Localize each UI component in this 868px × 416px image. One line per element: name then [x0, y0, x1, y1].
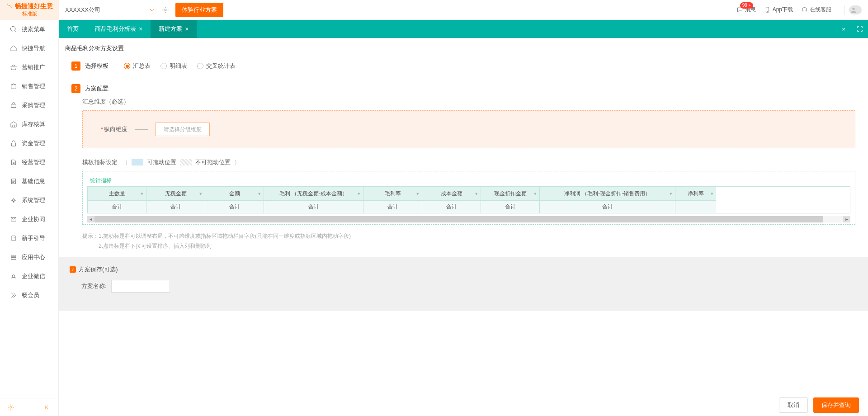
tab-home[interactable]: 首页 [59, 20, 87, 38]
messages-link[interactable]: 99 + 消息 [736, 6, 756, 14]
sidebar-item-11[interactable]: 新手引导 [0, 229, 58, 248]
settings-icon[interactable] [7, 404, 14, 411]
step1-title: 选择模板 [85, 62, 108, 70]
sidebar-item-4[interactable]: 采购管理 [0, 96, 58, 115]
company-select[interactable]: XXXXXX公司 [65, 4, 156, 16]
sidebar-icon [10, 178, 17, 185]
metric-footer-5: 合计 [422, 200, 481, 213]
sidebar-icon [10, 273, 17, 280]
scroll-left-icon[interactable]: ◄ [87, 216, 94, 222]
sidebar: 搜索菜单快捷导航营销推广销售管理采购管理库存核算资金管理经营管理基础信息系统管理… [0, 20, 59, 416]
metric-header-4[interactable]: 毛利率▾ [363, 187, 422, 200]
collapse-icon[interactable] [44, 404, 51, 411]
sidebar-item-12[interactable]: 应用中心 [0, 248, 58, 267]
chevron-down-icon: ▾ [416, 191, 419, 197]
fullscreen-icon [856, 25, 863, 33]
sidebar-icon [10, 83, 17, 90]
tab-gross-profit[interactable]: 商品毛利分析表 × [87, 20, 151, 38]
metric-footer-1: 合计 [146, 200, 205, 213]
metric-header-2[interactable]: 金额▾ [205, 187, 264, 200]
sidebar-item-label: 新手引导 [22, 234, 45, 242]
sidebar-item-14[interactable]: 畅会员 [0, 286, 58, 305]
app-download-link[interactable]: App下载 [764, 6, 793, 14]
page-body: 商品毛利分析方案设置 1 选择模板 汇总表明细表交叉统计表 2 方案配置 汇总维… [59, 38, 868, 416]
sidebar-footer [0, 398, 58, 416]
sidebar-item-label: 销售管理 [22, 82, 45, 90]
metric-header-7[interactable]: 净利润 （毛利-现金折扣-销售费用）▾ [540, 187, 675, 200]
gear-icon [162, 6, 169, 14]
metric-header-5[interactable]: 成本金额▾ [422, 187, 481, 200]
metric-footer-3: 合计 [264, 200, 363, 213]
main: 首页 商品毛利分析表 × 新建方案 × × 商品毛利分析方案设置 [59, 20, 868, 416]
sidebar-icon [10, 292, 17, 299]
sidebar-icon [10, 254, 17, 261]
hints: 提示：1.拖动标题栏可以调整布局，不可跨维度或指标区域拖动栏目字段(只能在同一维… [82, 231, 855, 251]
sidebar-icon [10, 140, 17, 147]
save-query-button[interactable]: 保存并查询 [813, 397, 859, 413]
sidebar-icon [10, 197, 17, 204]
radio-dot-icon [197, 63, 203, 69]
plan-name-input[interactable] [111, 280, 170, 293]
sidebar-item-label: 应用中心 [22, 253, 45, 261]
metric-header-6[interactable]: 现金折扣金额▾ [481, 187, 540, 200]
fullscreen-button[interactable] [852, 25, 868, 33]
sidebar-item-7[interactable]: 经营管理 [0, 153, 58, 172]
settings-button[interactable] [159, 4, 172, 16]
brand-name: 畅捷通好生意 [15, 2, 53, 10]
try-plan-button[interactable]: 体验行业方案 [175, 3, 223, 17]
chevron-down-icon: ▾ [711, 191, 713, 197]
metric-header-8[interactable]: 净利率▾ [675, 187, 716, 200]
template-radio-group: 汇总表明细表交叉统计表 [124, 62, 236, 70]
messages-badge: 99 + [740, 2, 754, 9]
sidebar-item-13[interactable]: 企业微信 [0, 267, 58, 286]
headset-icon [801, 6, 808, 13]
sidebar-item-label: 系统管理 [22, 196, 45, 204]
sidebar-item-0[interactable]: 搜索菜单 [0, 20, 58, 39]
tabbar: 首页 商品毛利分析表 × 新建方案 × × [59, 20, 868, 38]
svg-point-0 [165, 9, 166, 11]
sidebar-item-3[interactable]: 销售管理 [0, 77, 58, 96]
tab-new-plan[interactable]: 新建方案 × [151, 20, 197, 38]
sidebar-item-1[interactable]: 快捷导航 [0, 39, 58, 58]
brand-icon [6, 3, 13, 10]
close-icon[interactable]: × [139, 25, 142, 33]
cancel-button[interactable]: 取消 [779, 397, 808, 413]
sidebar-item-6[interactable]: 资金管理 [0, 134, 58, 153]
step2-title: 方案配置 [85, 85, 108, 93]
close-all-button[interactable]: × [835, 26, 852, 33]
horizontal-scrollbar[interactable]: ◄ ► [87, 216, 850, 222]
scroll-thumb[interactable] [94, 216, 823, 222]
sidebar-item-5[interactable]: 库存核算 [0, 115, 58, 134]
metric-footer-2: 合计 [205, 200, 264, 213]
metric-panel: 统计指标 主数量▾无税金额▾金额▾毛利 （无税金额-成本金额）▾毛利率▾成本金额… [82, 171, 855, 225]
template-radio-2[interactable]: 交叉统计表 [197, 62, 236, 70]
user-avatar[interactable] [849, 5, 862, 14]
metric-header-0[interactable]: 主数量▾ [88, 187, 146, 200]
vertical-dim-label: *纵向维度 [101, 125, 127, 133]
metric-header-3[interactable]: 毛利 （无税金额-成本金额）▾ [264, 187, 363, 200]
sidebar-icon [10, 216, 17, 223]
vertical-dim-select[interactable]: 请选择分组维度 [156, 123, 210, 136]
template-radio-1[interactable]: 明细表 [160, 62, 187, 70]
sidebar-item-2[interactable]: 营销推广 [0, 58, 58, 77]
sidebar-icon [10, 102, 17, 109]
sidebar-item-9[interactable]: 系统管理 [0, 191, 58, 210]
metric-header-1[interactable]: 无税金额▾ [146, 187, 205, 200]
brand-edition: 标准版 [22, 10, 37, 17]
sidebar-icon [10, 159, 17, 166]
template-radio-0[interactable]: 汇总表 [124, 62, 151, 70]
sidebar-item-8[interactable]: 基础信息 [0, 172, 58, 191]
legend-draggable-swatch [132, 159, 143, 165]
sidebar-item-10[interactable]: 企业协同 [0, 210, 58, 229]
scroll-right-icon[interactable]: ► [843, 216, 850, 222]
summary-dim-label: 汇总维度（必选） [82, 98, 855, 106]
save-section: ✓ 方案保存(可选) 方案名称: [59, 257, 868, 311]
sidebar-icon [10, 64, 17, 71]
online-service-link[interactable]: 在线客服 [801, 6, 831, 14]
save-plan-checkbox[interactable]: ✓ [70, 266, 76, 273]
metric-footer-7: 合计 [540, 200, 675, 213]
close-icon[interactable]: × [185, 25, 189, 33]
metric-footer-0: 合计 [88, 200, 146, 213]
metric-footer-6: 合计 [481, 200, 540, 213]
chevron-down-icon: ▾ [534, 191, 537, 197]
